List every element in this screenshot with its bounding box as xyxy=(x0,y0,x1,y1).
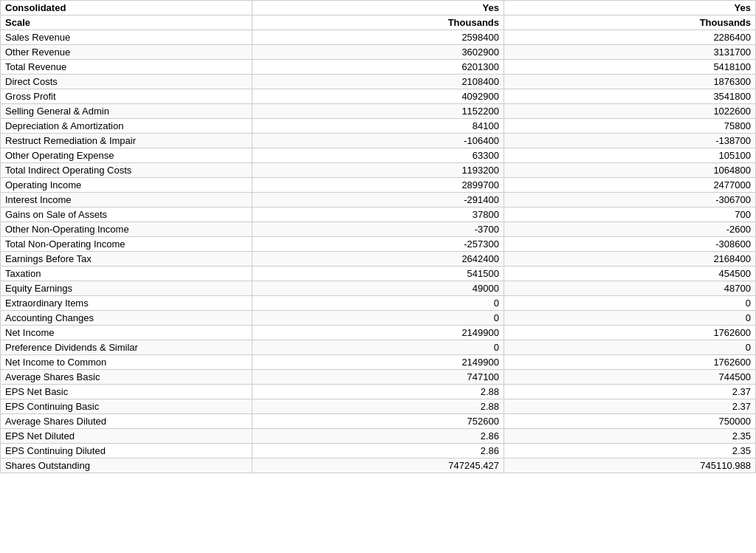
row-val1: 4092900 xyxy=(252,89,504,104)
row-label: Restruct Remediation & Impair xyxy=(1,134,252,148)
row-val2: -306700 xyxy=(504,193,756,207)
row-label: EPS Net Basic xyxy=(1,385,252,399)
header-yes2: Yes xyxy=(504,1,756,16)
financial-table-container: Consolidated Yes Yes Scale Thousands Tho… xyxy=(0,0,756,473)
header-yes1: Yes xyxy=(252,1,504,16)
row-val1: 0 xyxy=(252,311,504,326)
row-val1: 541500 xyxy=(252,267,504,281)
row-val2: 0 xyxy=(504,340,756,355)
table-row: Taxation541500454500 xyxy=(1,267,756,281)
row-val2: -308600 xyxy=(504,237,756,252)
row-val2: 1876300 xyxy=(504,75,756,89)
row-val1: 2149900 xyxy=(252,326,504,340)
table-row: Shares Outstanding747245.427745110.988 xyxy=(1,458,756,473)
row-label: Selling General & Admin xyxy=(1,104,252,119)
row-val1: 2899700 xyxy=(252,178,504,193)
row-val1: 2.86 xyxy=(252,444,504,458)
row-val2: 5418100 xyxy=(504,60,756,75)
row-label: Net Income xyxy=(1,326,252,340)
row-val2: 2.37 xyxy=(504,385,756,399)
table-row: Total Non-Operating Income-257300-308600 xyxy=(1,237,756,252)
row-val2: 1762600 xyxy=(504,355,756,370)
row-val2: 0 xyxy=(504,296,756,311)
row-val2: 2168400 xyxy=(504,252,756,267)
row-label: Total Non-Operating Income xyxy=(1,237,252,252)
row-label: EPS Net Diluted xyxy=(1,429,252,444)
row-label: Depreciation & Amortization xyxy=(1,119,252,134)
table-row: Accounting Changes00 xyxy=(1,311,756,326)
row-label: Total Revenue xyxy=(1,60,252,75)
header-consolidated: Consolidated xyxy=(1,1,252,16)
table-row: Earnings Before Tax26424002168400 xyxy=(1,252,756,267)
row-val2: 750000 xyxy=(504,414,756,429)
row-label: Sales Revenue xyxy=(1,30,252,45)
row-val1: 1152200 xyxy=(252,104,504,119)
row-val2: 700 xyxy=(504,207,756,222)
row-val1: 2.88 xyxy=(252,399,504,414)
row-label: Preference Dividends & Similar xyxy=(1,340,252,355)
table-row: Extraordinary Items00 xyxy=(1,296,756,311)
row-label: EPS Continuing Basic xyxy=(1,399,252,414)
row-val1: -291400 xyxy=(252,193,504,207)
row-val2: -138700 xyxy=(504,134,756,148)
row-label: Average Shares Diluted xyxy=(1,414,252,429)
row-val1: 2149900 xyxy=(252,355,504,370)
row-val2: 2.37 xyxy=(504,399,756,414)
subheader-thousands2: Thousands xyxy=(504,16,756,30)
row-val1: 2642400 xyxy=(252,252,504,267)
table-row: Net Income to Common21499001762600 xyxy=(1,355,756,370)
row-val2: 1022600 xyxy=(504,104,756,119)
row-val1: 37800 xyxy=(252,207,504,222)
table-row: Preference Dividends & Similar00 xyxy=(1,340,756,355)
row-val1: 84100 xyxy=(252,119,504,134)
subheader-thousands1: Thousands xyxy=(252,16,504,30)
table-row: Other Non-Operating Income-3700-2600 xyxy=(1,222,756,237)
row-val2: 745110.988 xyxy=(504,458,756,473)
row-label: Operating Income xyxy=(1,178,252,193)
row-val2: 454500 xyxy=(504,267,756,281)
row-val1: 2108400 xyxy=(252,75,504,89)
row-val2: 3131700 xyxy=(504,45,756,60)
row-val2: 2477000 xyxy=(504,178,756,193)
table-row: EPS Continuing Diluted2.862.35 xyxy=(1,444,756,458)
row-label: Gains on Sale of Assets xyxy=(1,207,252,222)
row-val1: 63300 xyxy=(252,148,504,163)
table-row: Sales Revenue25984002286400 xyxy=(1,30,756,45)
row-val1: 0 xyxy=(252,296,504,311)
table-row: Interest Income-291400-306700 xyxy=(1,193,756,207)
row-val2: 75800 xyxy=(504,119,756,134)
row-val1: 0 xyxy=(252,340,504,355)
row-label: Taxation xyxy=(1,267,252,281)
table-row: Net Income21499001762600 xyxy=(1,326,756,340)
row-val1: 752600 xyxy=(252,414,504,429)
row-val1: 2.88 xyxy=(252,385,504,399)
row-val1: 2.86 xyxy=(252,429,504,444)
row-label: Other Operating Expense xyxy=(1,148,252,163)
row-label: Interest Income xyxy=(1,193,252,207)
row-val2: 3541800 xyxy=(504,89,756,104)
row-label: Net Income to Common xyxy=(1,355,252,370)
row-val2: 105100 xyxy=(504,148,756,163)
table-row: Other Operating Expense63300105100 xyxy=(1,148,756,163)
row-val2: 2286400 xyxy=(504,30,756,45)
row-val1: 3602900 xyxy=(252,45,504,60)
row-val1: -257300 xyxy=(252,237,504,252)
row-label: Earnings Before Tax xyxy=(1,252,252,267)
table-row: Operating Income28997002477000 xyxy=(1,178,756,193)
row-label: Other Revenue xyxy=(1,45,252,60)
table-row: EPS Net Diluted2.862.35 xyxy=(1,429,756,444)
row-val2: 1064800 xyxy=(504,163,756,178)
table-row: Total Revenue62013005418100 xyxy=(1,60,756,75)
row-label: Extraordinary Items xyxy=(1,296,252,311)
row-val2: -2600 xyxy=(504,222,756,237)
table-row: Direct Costs21084001876300 xyxy=(1,75,756,89)
row-val1: 1193200 xyxy=(252,163,504,178)
subheader-scale: Scale xyxy=(1,16,252,30)
row-label: Other Non-Operating Income xyxy=(1,222,252,237)
table-row: Average Shares Basic747100744500 xyxy=(1,370,756,385)
row-label: EPS Continuing Diluted xyxy=(1,444,252,458)
row-val1: -3700 xyxy=(252,222,504,237)
row-val2: 0 xyxy=(504,311,756,326)
table-row: Gross Profit40929003541800 xyxy=(1,89,756,104)
table-row: Equity Earnings4900048700 xyxy=(1,281,756,296)
